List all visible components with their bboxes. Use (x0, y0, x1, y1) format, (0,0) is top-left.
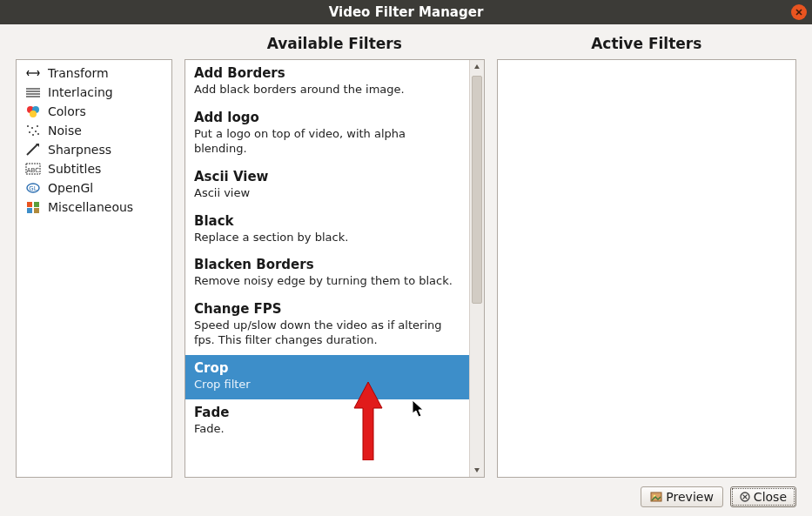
interlacing-icon (25, 85, 41, 99)
close-icon (795, 8, 803, 17)
category-column: TransformInterlacingColorsNoiseSharpness… (16, 35, 172, 478)
scroll-up-button[interactable] (470, 60, 484, 74)
filter-desc: Add black borders around the image. (194, 83, 460, 97)
window-title: Video Filter Manager (329, 4, 484, 20)
filter-desc: Ascii view (194, 186, 460, 201)
filter-name: Add logo (194, 110, 460, 125)
svg-text:ABC: ABC (27, 167, 39, 174)
category-item-subtitles[interactable]: ABCSubtitles (17, 159, 171, 178)
chevron-up-icon (473, 64, 480, 70)
svg-marker-28 (474, 468, 480, 472)
scroll-thumb[interactable] (472, 76, 482, 304)
category-item-colors[interactable]: Colors (17, 102, 171, 121)
scroll-down-button[interactable] (470, 463, 484, 477)
svg-point-15 (32, 134, 34, 136)
svg-text:GL: GL (29, 185, 37, 192)
svg-point-13 (29, 131, 30, 133)
category-label: Interlacing (48, 85, 113, 99)
category-label: OpenGl (48, 181, 93, 195)
columns: TransformInterlacingColorsNoiseSharpness… (16, 35, 796, 478)
svg-marker-27 (474, 64, 480, 69)
category-item-noise[interactable]: Noise (17, 121, 171, 140)
filter-item[interactable]: Ascii ViewAscii view (185, 164, 469, 208)
filter-desc: Replace a section by black. (194, 231, 460, 245)
active-column: Active Filters (497, 35, 797, 478)
svg-rect-26 (34, 208, 39, 213)
svg-point-16 (37, 133, 39, 135)
titlebar: Video Filter Manager (0, 0, 812, 24)
available-filters-list: Add BordersAdd black borders around the … (185, 60, 469, 477)
filter-name: Blacken Borders (194, 257, 460, 272)
category-item-interlacing[interactable]: Interlacing (17, 83, 171, 102)
preview-button-label: Preview (666, 490, 714, 504)
svg-rect-25 (27, 208, 32, 213)
available-filters-header: Available Filters (185, 35, 485, 52)
category-label: Colors (48, 104, 86, 118)
svg-line-17 (27, 144, 37, 155)
category-item-transform[interactable]: Transform (17, 64, 171, 83)
filter-desc: Put a logo on top of video, with alpha b… (194, 127, 460, 157)
svg-rect-23 (27, 202, 32, 207)
preview-button[interactable]: Preview (641, 486, 723, 507)
svg-point-14 (35, 131, 37, 132)
opengl-icon: GL (25, 181, 41, 195)
footer: Preview Close (16, 486, 796, 507)
filter-name: Fade (194, 405, 460, 420)
category-panel: TransformInterlacingColorsNoiseSharpness… (16, 59, 172, 478)
filter-desc: Remove noisy edge by turning them to bla… (194, 274, 460, 289)
active-panel[interactable] (497, 59, 797, 478)
preview-icon (650, 491, 662, 503)
filter-item[interactable]: BlackReplace a section by black. (185, 208, 469, 252)
filter-item[interactable]: Add logoPut a logo on top of video, with… (185, 104, 469, 164)
filter-desc: Speed up/slow down the video as if alter… (194, 318, 460, 348)
filter-item[interactable]: Change FPSSpeed up/slow down the video a… (185, 296, 469, 355)
category-label: Miscellaneous (48, 200, 133, 214)
close-button-label: Close (754, 490, 787, 504)
filter-item[interactable]: FadeFade. (185, 399, 469, 444)
chevron-down-icon (473, 466, 480, 473)
filter-desc: Crop filter (194, 378, 460, 392)
colors-icon (25, 104, 41, 118)
svg-point-10 (27, 125, 29, 127)
available-panel: Add BordersAdd black borders around the … (185, 59, 485, 478)
active-filters-header: Active Filters (497, 35, 797, 52)
window-close-button[interactable] (791, 4, 807, 20)
filter-name: Black (194, 213, 460, 229)
filter-desc: Fade. (194, 422, 460, 437)
scrollbar[interactable] (469, 60, 484, 477)
window: Video Filter Manager TransformInterlacin… (0, 0, 812, 516)
sharpness-icon (25, 143, 41, 157)
svg-point-9 (30, 111, 37, 117)
filter-name: Add Borders (194, 65, 460, 81)
filter-item[interactable]: CropCrop filter (185, 355, 469, 399)
blank-header (16, 35, 172, 52)
close-icon (740, 492, 750, 502)
misc-icon (25, 200, 41, 214)
available-column: Available Filters Add BordersAdd black b… (185, 35, 485, 478)
category-label: Sharpness (48, 143, 111, 157)
svg-point-12 (37, 125, 38, 127)
subtitles-icon: ABC (25, 162, 41, 176)
category-label: Subtitles (48, 162, 101, 176)
category-item-opengl[interactable]: GLOpenGl (17, 178, 171, 198)
svg-point-11 (31, 127, 33, 129)
filter-item[interactable]: Blacken BordersRemove noisy edge by turn… (185, 251, 469, 296)
filter-item[interactable]: Add BordersAdd black borders around the … (185, 60, 469, 104)
transform-icon (25, 66, 41, 80)
category-list: TransformInterlacingColorsNoiseSharpness… (17, 60, 171, 220)
category-label: Noise (48, 124, 82, 137)
close-button[interactable]: Close (730, 486, 796, 507)
filter-name: Change FPS (194, 301, 460, 317)
content-area: TransformInterlacingColorsNoiseSharpness… (0, 24, 812, 516)
filter-name: Ascii View (194, 169, 460, 184)
svg-rect-24 (34, 202, 39, 207)
filter-name: Crop (194, 360, 460, 376)
category-item-misc[interactable]: Miscellaneous (17, 198, 171, 217)
noise-icon (25, 124, 41, 137)
category-item-sharpness[interactable]: Sharpness (17, 140, 171, 159)
category-label: Transform (48, 66, 109, 80)
